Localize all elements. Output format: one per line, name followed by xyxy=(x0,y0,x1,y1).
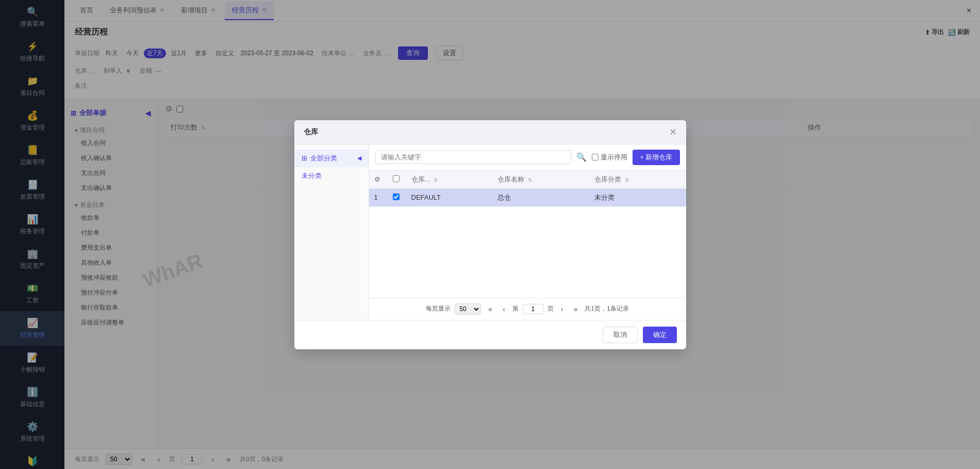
modal-backdrop: 仓库 ✕ ⊞ 全部分类 ◀ 未分类 xyxy=(0,0,980,469)
modal-page-label: 第 xyxy=(512,304,519,313)
modal-sidebar-all[interactable]: ⊞ 全部分类 ◀ xyxy=(294,150,369,167)
modal-body: ⊞ 全部分类 ◀ 未分类 🔍 显示停用 xyxy=(294,144,686,320)
modal-sort-name: ⇅ xyxy=(528,177,532,183)
modal-next-page[interactable]: › xyxy=(558,304,567,314)
modal-sidebar-uncategorized[interactable]: 未分类 xyxy=(294,167,369,185)
modal-total: 共1页，1条记录 xyxy=(585,304,628,313)
modal-header: 仓库 ✕ xyxy=(294,120,686,144)
modal-row-name: 总仓 xyxy=(492,188,589,206)
modal-add-warehouse-button[interactable]: + 新增仓库 xyxy=(633,150,679,165)
modal-search-input[interactable] xyxy=(375,150,572,164)
modal-footer-actions: 取消 确定 xyxy=(294,320,686,349)
modal-cancel-button[interactable]: 取消 xyxy=(603,327,638,343)
modal-row-category: 未分类 xyxy=(589,188,686,206)
modal-sidebar-all-label: 全部分类 xyxy=(310,154,337,163)
modal-page-size-label: 每页显示 xyxy=(426,304,451,313)
modal-row-checkbox[interactable] xyxy=(388,188,406,206)
modal-col-check xyxy=(388,171,406,189)
modal-col-name: 仓库名称 ⇅ xyxy=(492,171,589,189)
modal-sidebar-uncat-label: 未分类 xyxy=(302,171,322,181)
modal-col-code: 仓库... ⇅ xyxy=(406,171,493,189)
modal-sort-code: ⇅ xyxy=(434,177,438,183)
modal-search-button[interactable]: 🔍 xyxy=(576,152,587,162)
modal-row-code: DEFAULT xyxy=(406,188,493,206)
modal-confirm-button[interactable]: 确定 xyxy=(643,327,677,343)
modal-last-page[interactable]: » xyxy=(570,304,580,314)
modal-sort-category: ⇅ xyxy=(625,177,629,183)
modal-toolbar: 🔍 显示停用 + 新增仓库 xyxy=(369,144,686,171)
modal-table-container: ⚙ 仓库... ⇅ 仓库名称 xyxy=(369,171,686,298)
modal-table-row[interactable]: 1 DEFAULT 总仓 未分类 xyxy=(369,188,686,206)
modal-sidebar-scroll: 未分类 xyxy=(294,167,369,185)
modal-table-select-all[interactable] xyxy=(393,175,400,182)
modal-col-category: 仓库分类 ⇅ xyxy=(589,171,686,189)
modal-row-index: 1 xyxy=(369,188,388,206)
modal-warehouse-table: ⚙ 仓库... ⇅ 仓库名称 xyxy=(369,171,686,207)
modal-title: 仓库 xyxy=(304,127,318,137)
modal-page-suffix: 页 xyxy=(547,304,554,313)
modal-page-size-select[interactable]: 50 10 20 100 xyxy=(455,303,481,315)
modal-content: 🔍 显示停用 + 新增仓库 ⚙ xyxy=(369,144,686,320)
show-disabled-label[interactable]: 显示停用 xyxy=(592,153,627,162)
warehouse-modal: 仓库 ✕ ⊞ 全部分类 ◀ 未分类 xyxy=(294,120,686,349)
show-disabled-checkbox[interactable] xyxy=(592,154,599,160)
modal-sidebar-collapse-icon[interactable]: ◀ xyxy=(357,155,361,161)
modal-prev-page[interactable]: ‹ xyxy=(500,304,508,314)
modal-sidebar: ⊞ 全部分类 ◀ 未分类 xyxy=(294,144,369,320)
modal-pagination: 每页显示 50 10 20 100 « ‹ 第 页 › » 共1页，1条记录 xyxy=(369,298,686,320)
modal-col-gear: ⚙ xyxy=(369,171,388,189)
modal-close-button[interactable]: ✕ xyxy=(669,126,677,138)
modal-page-input[interactable] xyxy=(523,304,543,314)
modal-sidebar-grid-icon: ⊞ xyxy=(302,154,307,162)
modal-first-page[interactable]: « xyxy=(485,304,495,314)
